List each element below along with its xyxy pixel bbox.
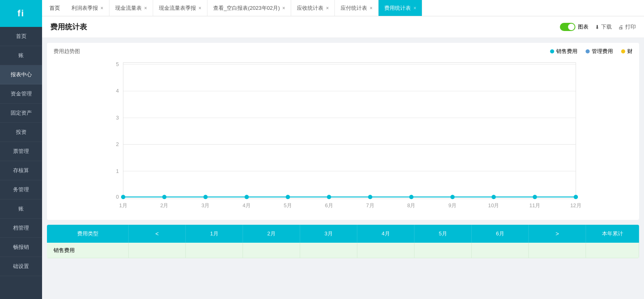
td-nav-spacer2 xyxy=(529,243,586,258)
legend-dot-sales xyxy=(550,49,554,53)
th-m3: 3月 xyxy=(300,225,357,243)
legend-label-admin: 管理费用 xyxy=(592,48,613,55)
svg-text:4: 4 xyxy=(116,88,119,94)
svg-point-20 xyxy=(409,195,414,199)
svg-text:3: 3 xyxy=(116,115,119,121)
chart-svg: 5 4 3 2 1 0 xyxy=(53,58,633,213)
svg-text:10月: 10月 xyxy=(488,203,499,208)
svg-point-17 xyxy=(286,195,290,199)
close-tab-cashflow-quarterly[interactable]: × xyxy=(198,6,201,11)
tab-cashflow-quarterly[interactable]: 现金流量表季报 × xyxy=(153,0,207,16)
chart-toggle-wrap: 图表 xyxy=(560,23,588,31)
svg-text:2月: 2月 xyxy=(160,203,168,208)
close-tab-payable[interactable]: × xyxy=(370,6,372,11)
tab-blank-report[interactable]: 查看_空白报表(2023年02月) × xyxy=(207,0,291,16)
page-header: 费用统计表 图表 ⬇ 下载 🖨 打印 xyxy=(42,16,644,38)
sidebar-item-fixed-assets[interactable]: 固定资产 xyxy=(0,104,42,123)
tab-receivable[interactable]: 应收统计表 × xyxy=(291,0,335,16)
svg-text:1月: 1月 xyxy=(119,203,127,208)
legend-dot-finance xyxy=(621,49,625,53)
legend-sales: 销售费用 xyxy=(550,48,577,55)
tab-profit-quarterly[interactable]: 利润表季报 × xyxy=(66,0,109,16)
td-ytd xyxy=(586,243,639,258)
legend-admin: 管理费用 xyxy=(586,48,613,55)
close-tab-cashflow[interactable]: × xyxy=(144,6,147,11)
download-label: 下载 xyxy=(601,23,612,31)
tab-expense[interactable]: 费用统计表 × xyxy=(379,0,422,16)
close-tab-blank-report[interactable]: × xyxy=(282,6,285,11)
print-icon: 🖨 xyxy=(618,24,624,30)
chart-header: 费用趋势图 销售费用 管理费用 财 xyxy=(53,48,633,55)
chart-section: 费用趋势图 销售费用 管理费用 财 xyxy=(47,43,639,220)
svg-rect-12 xyxy=(123,63,576,199)
prev-arrow-icon[interactable]: < xyxy=(153,230,161,237)
svg-text:2: 2 xyxy=(116,142,119,147)
download-button[interactable]: ⬇ 下载 xyxy=(595,23,612,31)
td-m4 xyxy=(357,243,414,258)
svg-point-22 xyxy=(492,195,496,199)
chart-area: 5 4 3 2 1 0 xyxy=(53,58,633,213)
th-ytd: 本年累计 xyxy=(586,225,639,243)
page-content: 费用统计表 图表 ⬇ 下载 🖨 打印 费用趋势图 xyxy=(42,16,644,299)
th-m4: 4月 xyxy=(357,225,414,243)
sidebar-item-inventory[interactable]: 存核算 xyxy=(0,161,42,180)
td-m2 xyxy=(243,243,300,258)
sidebar-item-investment[interactable]: 投资 xyxy=(0,123,42,142)
close-tab-profit-quarterly[interactable]: × xyxy=(100,6,103,11)
sidebar-item-smooth[interactable]: 畅报销 xyxy=(0,238,42,257)
table-header-row: 费用类型 < 1月 2月 3月 4月 5月 xyxy=(47,225,639,243)
main-area: 首页 利润表季报 × 现金流量表 × 现金流量表季报 × 查看_空白报表(202… xyxy=(42,0,644,299)
svg-text:5月: 5月 xyxy=(284,203,292,208)
download-icon: ⬇ xyxy=(595,24,599,30)
svg-text:7月: 7月 xyxy=(366,203,374,208)
svg-text:6月: 6月 xyxy=(325,203,333,208)
print-button[interactable]: 🖨 打印 xyxy=(618,23,636,31)
close-tab-expense[interactable]: × xyxy=(413,6,416,11)
sidebar-item-home[interactable]: 首页 xyxy=(0,27,42,46)
tab-cashflow[interactable]: 现金流量表 × xyxy=(109,0,153,16)
svg-point-24 xyxy=(574,195,578,199)
sidebar-logo: fi xyxy=(0,0,42,27)
svg-text:1: 1 xyxy=(116,168,119,174)
svg-text:0: 0 xyxy=(116,194,119,200)
sidebar: fi 首页 账 报表中心 资金管理 固定资产 投资 票管理 存核算 务管理 账 … xyxy=(0,0,42,299)
th-nav-next[interactable]: > xyxy=(529,225,586,243)
svg-point-23 xyxy=(533,195,537,199)
td-m3 xyxy=(300,243,357,258)
legend-label-sales: 销售费用 xyxy=(556,48,577,55)
td-m6 xyxy=(472,243,529,258)
th-m1: 1月 xyxy=(186,225,243,243)
svg-text:11月: 11月 xyxy=(529,203,540,208)
sidebar-item-archive[interactable]: 档管理 xyxy=(0,219,42,238)
tab-payable[interactable]: 应付统计表 × xyxy=(335,0,379,16)
sidebar-item-settings[interactable]: 础设置 xyxy=(0,257,42,276)
svg-point-16 xyxy=(245,195,249,199)
svg-text:9月: 9月 xyxy=(448,203,457,208)
tab-home[interactable]: 首页 xyxy=(44,0,66,16)
sidebar-item-ledger[interactable]: 账 xyxy=(0,199,42,219)
sidebar-item-fund-management[interactable]: 资金管理 xyxy=(0,84,42,104)
svg-point-19 xyxy=(368,195,372,199)
th-nav-prev[interactable]: < xyxy=(129,225,186,243)
svg-text:12月: 12月 xyxy=(570,203,581,208)
tab-bar: 首页 利润表季报 × 现金流量表 × 现金流量表季报 × 查看_空白报表(202… xyxy=(42,0,644,16)
td-type: 销售费用 xyxy=(47,243,129,258)
chart-toggle[interactable] xyxy=(560,23,575,31)
next-arrow-icon[interactable]: > xyxy=(553,230,561,237)
sidebar-item-account[interactable]: 账 xyxy=(0,46,42,65)
th-m5: 5月 xyxy=(414,225,472,243)
sidebar-item-service[interactable]: 务管理 xyxy=(0,180,42,199)
table-section: 费用类型 < 1月 2月 3月 4月 5月 xyxy=(47,225,639,258)
table-row: 销售费用 xyxy=(47,243,639,258)
sidebar-item-invoice[interactable]: 票管理 xyxy=(0,142,42,161)
close-tab-receivable[interactable]: × xyxy=(326,6,329,11)
chart-title: 费用趋势图 xyxy=(53,48,80,55)
th-m6: 6月 xyxy=(472,225,529,243)
td-nav-spacer xyxy=(129,243,186,258)
sidebar-item-report-center[interactable]: 报表中心 xyxy=(0,65,42,84)
legend-dot-admin xyxy=(586,49,590,53)
chart-toggle-label: 图表 xyxy=(578,23,588,31)
td-m5 xyxy=(414,243,472,258)
svg-text:8月: 8月 xyxy=(407,203,415,208)
chart-legend: 销售费用 管理费用 财 xyxy=(550,48,633,55)
